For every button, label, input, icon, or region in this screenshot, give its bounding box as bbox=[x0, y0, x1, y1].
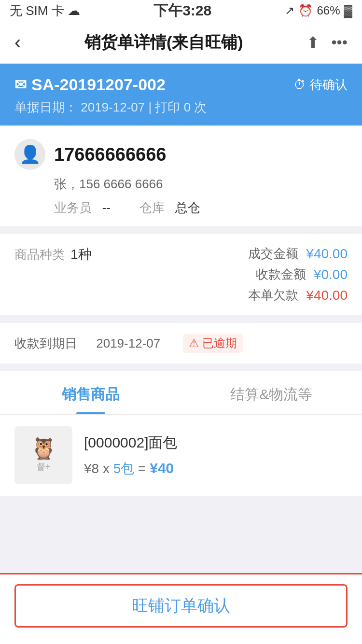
battery-status: 66% bbox=[317, 4, 340, 17]
due-date-section: 收款到期日 2019-12-07 ⚠ 已逾期 bbox=[0, 323, 362, 364]
due-date-value: 2019-12-07 bbox=[96, 336, 160, 351]
order-date-value: 2019-12-07 bbox=[81, 100, 145, 114]
nav-actions: ⬆ ••• bbox=[306, 33, 348, 52]
tab-products[interactable]: 销售商品 bbox=[0, 371, 181, 414]
order-id-text: SA-20191207-002 bbox=[31, 75, 166, 94]
due-date-label: 收款到期日 bbox=[14, 335, 77, 352]
product-name: [0000002]面包 bbox=[84, 433, 348, 453]
product-price: ¥8 x 5包 = ¥40 bbox=[84, 460, 348, 478]
order-date-row: 单据日期： 2019-12-07 | 打印 0 次 bbox=[14, 99, 348, 116]
overdue-badge: ⚠ 已逾期 bbox=[183, 334, 243, 353]
customer-section: 👤 17666666666 张，156 6666 6666 业务员 -- 仓库 … bbox=[0, 126, 362, 226]
product-info: [0000002]面包 ¥8 x 5包 = ¥40 bbox=[84, 433, 348, 478]
amounts-right: 成交金额 ¥40.00 收款金额 ¥0.00 本单欠款 ¥40.00 bbox=[248, 245, 348, 304]
print-label: | 打印 bbox=[148, 100, 180, 114]
deal-amount-value: ¥40.00 bbox=[306, 246, 348, 262]
status-left: 无 SIM 卡 ☁ bbox=[10, 2, 80, 19]
status-text: 待确认 bbox=[310, 76, 348, 93]
confirm-order-button[interactable]: 旺铺订单确认 bbox=[14, 584, 348, 628]
equals-sign: = bbox=[134, 461, 150, 476]
product-section: 🦉 督+ [0000002]面包 ¥8 x 5包 = ¥40 bbox=[0, 415, 362, 496]
price-label: ¥8 x bbox=[84, 461, 113, 476]
status-clock-icon: ⏱ bbox=[293, 77, 306, 92]
collected-amount-value: ¥0.00 bbox=[314, 267, 348, 282]
balance-row: 本单欠款 ¥40.00 bbox=[248, 287, 348, 304]
warehouse-value: 总仓 bbox=[175, 200, 200, 215]
amount-section: 商品种类 1种 成交金额 ¥40.00 收款金额 ¥0.00 本单欠款 ¥40.… bbox=[0, 234, 362, 315]
customer-meta: 业务员 -- 仓库 总仓 bbox=[14, 199, 348, 216]
deal-amount-row: 成交金额 ¥40.00 bbox=[248, 245, 348, 262]
product-thumbnail: 🦉 督+ bbox=[14, 426, 72, 484]
order-status: ⏱ 待确认 bbox=[293, 76, 348, 93]
goods-type-value: 1种 bbox=[70, 245, 92, 264]
tab-settlement[interactable]: 结算&物流等 bbox=[181, 371, 362, 414]
date-label: 单据日期： bbox=[14, 100, 77, 114]
overdue-text: 已逾期 bbox=[202, 336, 237, 351]
battery-icon: ▓ bbox=[344, 4, 353, 17]
nav-bar: ‹ 销货单详情(来自旺铺) ⬆ ••• bbox=[0, 21, 362, 64]
order-icon: ✉ bbox=[14, 76, 27, 93]
alarm-icon: ⏰ bbox=[298, 4, 313, 17]
customer-name: 张，156 6666 6666 bbox=[14, 176, 348, 193]
sim-status: 无 SIM 卡 ☁ bbox=[10, 2, 80, 19]
product-total: ¥40 bbox=[150, 460, 174, 476]
product-item: 🦉 督+ [0000002]面包 ¥8 x 5包 = ¥40 bbox=[14, 426, 348, 484]
back-button[interactable]: ‹ bbox=[14, 31, 21, 53]
collected-amount-row: 收款金额 ¥0.00 bbox=[256, 266, 348, 283]
thumb-logo: 🦉 bbox=[30, 438, 57, 459]
status-bar: 无 SIM 卡 ☁ 下午3:28 ↗ ⏰ 66% ▓ bbox=[0, 0, 362, 21]
share-icon[interactable]: ⬆ bbox=[306, 33, 320, 52]
status-right: ↗ ⏰ 66% ▓ bbox=[285, 4, 352, 17]
page-title: 销货单详情(来自旺铺) bbox=[84, 31, 243, 54]
bottom-action-bar: 旺铺订单确认 bbox=[0, 573, 362, 644]
overdue-icon: ⚠ bbox=[189, 336, 199, 350]
location-icon: ↗ bbox=[285, 4, 294, 17]
tabs-bar: 销售商品 结算&物流等 bbox=[0, 371, 362, 415]
order-id-row: ✉ SA-20191207-002 bbox=[14, 75, 166, 94]
sales-value: -- bbox=[102, 200, 111, 215]
sales-label: 业务员 -- bbox=[54, 199, 111, 216]
avatar-icon: 👤 bbox=[19, 144, 41, 165]
avatar: 👤 bbox=[14, 139, 45, 170]
print-suffix: 次 bbox=[194, 100, 207, 114]
status-time: 下午3:28 bbox=[153, 1, 211, 21]
more-icon[interactable]: ••• bbox=[331, 33, 348, 51]
warehouse-info: 仓库 总仓 bbox=[139, 199, 200, 216]
product-qty: 5包 bbox=[113, 461, 135, 476]
order-header-card: ✉ SA-20191207-002 ⏱ 待确认 单据日期： 2019-12-07… bbox=[0, 64, 362, 126]
balance-value: ¥40.00 bbox=[306, 288, 348, 303]
thumb-text: 督+ bbox=[30, 461, 57, 473]
customer-phone: 17666666666 bbox=[54, 144, 166, 165]
print-count: 0 bbox=[184, 100, 191, 114]
goods-type: 商品种类 1种 bbox=[14, 245, 92, 264]
